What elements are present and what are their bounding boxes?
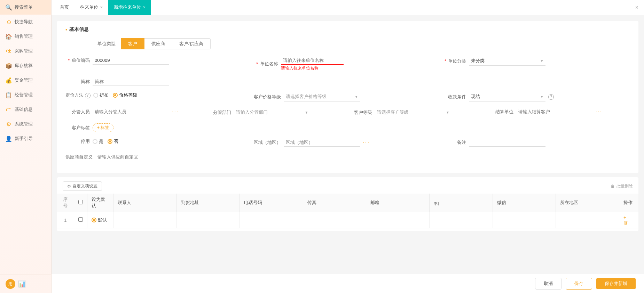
form-group-disabled: 停用 是 否 xyxy=(65,138,254,145)
tab-units[interactable]: 往来单位 × xyxy=(74,0,108,15)
basic-info-card: ▪ 基本信息 单位类型 客户 供应商 客户/供应商 * 单位编码 xyxy=(57,21,638,173)
col-checkbox xyxy=(74,194,87,212)
save-button[interactable]: 保存 xyxy=(566,278,592,290)
form-row-4: 分管人员 ··· 分管部门 请输入分管部门 ▼ 客户等级 请选择客户等级 xyxy=(65,108,630,117)
row-address-input[interactable] xyxy=(181,218,236,223)
row-delete-btn[interactable]: 🗑 xyxy=(623,220,628,225)
system-icon: ⚙ xyxy=(6,121,12,127)
row-wechat-input[interactable] xyxy=(497,218,552,223)
region-dots-btn[interactable]: ··· xyxy=(363,139,370,146)
customer-price-level-select[interactable]: 请选择客户价格等级 ▼ xyxy=(284,92,360,101)
sidebar-item-purchase[interactable]: 🛍 采购管理 xyxy=(0,44,51,58)
tab-home[interactable]: 首页 xyxy=(54,0,74,15)
row-default-radio[interactable]: 默认 xyxy=(92,217,109,223)
sidebar-item-inventory[interactable]: 📦 库存核算 xyxy=(0,58,51,73)
manager-input[interactable] xyxy=(93,108,169,116)
settlement-input[interactable] xyxy=(516,108,593,116)
form-group-payment: 收款条件 现结 ▼ ? xyxy=(442,92,630,101)
row-default: 默认 xyxy=(87,212,113,228)
row-checkbox xyxy=(74,212,87,228)
col-email: 邮箱 xyxy=(366,194,430,212)
form-group-short-name: 简称 xyxy=(65,78,630,86)
supplier-custom-input[interactable] xyxy=(95,153,172,161)
row-contact-input[interactable] xyxy=(118,218,172,223)
chevron-down-icon: ▼ xyxy=(540,59,543,63)
row-action: + 🗑 xyxy=(619,212,638,228)
sidebar: 🔍 搜索菜单 ⊙ 快捷导航 🏠 销售管理 🛍 采购管理 📦 库存核算 💰 资金管… xyxy=(0,0,52,293)
sidebar-item-operations[interactable]: 📋 经营管理 xyxy=(0,88,51,102)
sidebar-item-sales[interactable]: 🏠 销售管理 xyxy=(0,29,51,44)
custom-setting-button[interactable]: ⚙ 自定义项设置 xyxy=(63,181,102,191)
tab-new-unit[interactable]: 新增往来单位 × xyxy=(108,0,151,15)
region-input[interactable] xyxy=(284,138,360,147)
add-tag-button[interactable]: + 标签 xyxy=(93,123,113,132)
row-region-input[interactable] xyxy=(560,218,615,223)
payment-terms-select[interactable]: 现结 ▼ xyxy=(469,92,545,101)
type-btn-both[interactable]: 客户/供应商 xyxy=(172,38,211,49)
col-wechat: 微信 xyxy=(493,194,556,212)
form-group-tags: 客户标签 + 标签 xyxy=(65,123,630,132)
batch-delete-button[interactable]: 🗑 批量删除 xyxy=(611,183,633,189)
col-seq: 序号 xyxy=(57,194,74,212)
row-add-btn[interactable]: + xyxy=(623,215,626,220)
col-action: 操作 xyxy=(619,194,638,212)
customer-level-select[interactable]: 请选择客户等级 ▼ xyxy=(375,108,451,117)
row-qq-input[interactable] xyxy=(434,218,488,223)
col-fax: 传真 xyxy=(303,194,366,212)
tab-new-unit-close[interactable]: × xyxy=(143,5,146,10)
short-name-input[interactable] xyxy=(93,78,169,86)
payment-help-icon[interactable]: ? xyxy=(548,94,554,100)
sidebar-item-shortcut[interactable]: ⊙ 快捷导航 xyxy=(0,15,51,29)
sidebar-item-guide[interactable]: 👤 新手引导 xyxy=(0,131,51,146)
bottom-bar: 取消 保存 保存并新增 xyxy=(52,274,644,293)
type-btn-customer[interactable]: 客户 xyxy=(121,38,144,49)
remark-input[interactable] xyxy=(469,138,545,147)
sidebar-item-basic[interactable]: 🗃 基础信息 xyxy=(0,102,51,117)
inventory-icon: 📦 xyxy=(6,63,12,69)
row-fax-input[interactable] xyxy=(307,218,362,223)
save-new-button[interactable]: 保存并新增 xyxy=(596,278,636,289)
unit-code-input[interactable] xyxy=(93,56,169,65)
form-group-settlement: 结算单位 ··· xyxy=(489,108,630,116)
chevron-down-icon: ▼ xyxy=(540,95,543,99)
operations-icon: 📋 xyxy=(6,92,12,98)
disabled-radio-no[interactable]: 否 xyxy=(108,138,118,145)
table-select-all[interactable] xyxy=(78,200,83,204)
col-contact: 联系人 xyxy=(113,194,176,212)
row-phone-input[interactable] xyxy=(244,218,299,223)
sidebar-item-search[interactable]: 🔍 搜索菜单 xyxy=(0,0,51,15)
table-toolbar: ⚙ 自定义项设置 🗑 批量删除 xyxy=(57,180,638,194)
sidebar-item-finance[interactable]: 💰 资金管理 xyxy=(0,73,51,88)
unit-name-error: 请输入往来单位名称 xyxy=(281,65,344,71)
finance-icon: 💰 xyxy=(6,77,12,83)
type-btn-supplier[interactable]: 供应商 xyxy=(144,38,172,49)
row-email-input[interactable] xyxy=(370,218,425,223)
form-group-unit-category: * 单位分类 未分类 ▼ xyxy=(442,56,630,66)
sidebar-bottom: 用 📊 xyxy=(0,275,51,293)
tab-close-global[interactable]: × xyxy=(633,5,641,11)
pricing-help-icon[interactable]: ? xyxy=(85,93,91,98)
tab-units-close[interactable]: × xyxy=(100,5,103,10)
row-select-checkbox[interactable] xyxy=(78,217,83,222)
pricing-radio-discount[interactable]: 折扣 xyxy=(93,92,109,98)
pricing-radio-group: 折扣 价格等级 xyxy=(93,92,137,98)
disabled-radio-yes[interactable]: 是 xyxy=(93,138,103,145)
row-region xyxy=(556,212,619,228)
row-wechat xyxy=(493,212,556,228)
purchase-icon: 🛍 xyxy=(6,48,12,54)
row-fax xyxy=(303,212,366,228)
department-select[interactable]: 请输入分管部门 ▼ xyxy=(234,108,311,117)
disabled-radio-group: 是 否 xyxy=(93,138,118,145)
form-group-manager: 分管人员 ··· xyxy=(65,108,207,116)
settlement-dots-btn[interactable]: ··· xyxy=(596,109,602,115)
form-group-customer-level: 客户等级 请选择客户等级 ▼ xyxy=(348,108,489,117)
manager-dots-btn[interactable]: ··· xyxy=(172,109,179,115)
unit-category-select[interactable]: 未分类 ▼ xyxy=(469,56,545,66)
cancel-button[interactable]: 取消 xyxy=(535,278,561,290)
unit-name-input[interactable] xyxy=(281,56,344,65)
form-row-3: 定价方法 ? 折扣 价格等级 xyxy=(65,92,630,101)
sidebar-item-system[interactable]: ⚙ 系统管理 xyxy=(0,117,51,131)
col-phone: 电话号码 xyxy=(240,194,303,212)
pricing-radio-level[interactable]: 价格等级 xyxy=(113,92,137,98)
row-email xyxy=(366,212,430,228)
